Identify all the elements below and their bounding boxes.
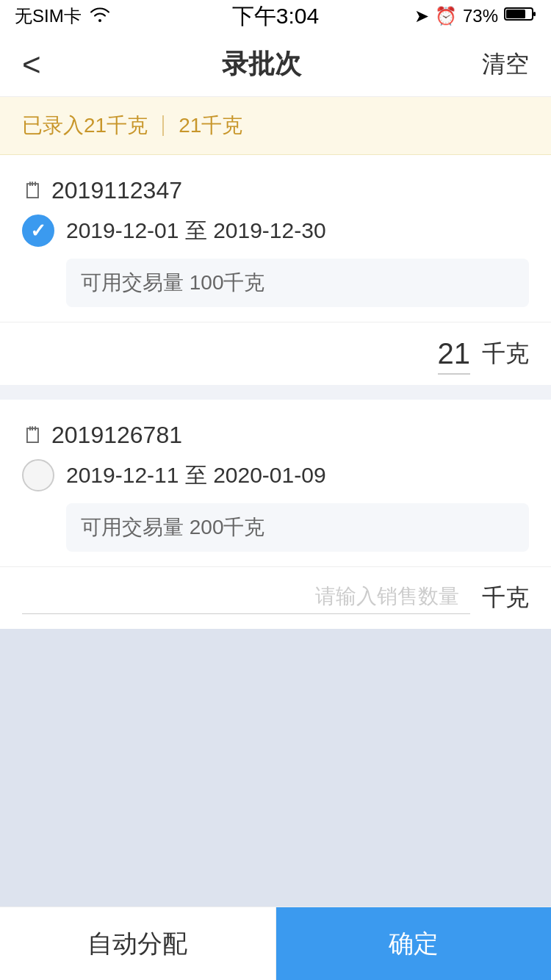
batch2-date-row[interactable]: 2019-12-11 至 2020-01-09 xyxy=(22,459,529,491)
svg-rect-2 xyxy=(533,12,536,16)
auto-distribute-button[interactable]: 自动分配 xyxy=(0,907,276,980)
svg-rect-1 xyxy=(506,10,525,18)
batch1-id: 2019112347 xyxy=(51,177,182,204)
status-left: 无SIM卡 xyxy=(15,4,111,28)
batch2-input-row: 千克 xyxy=(0,566,551,629)
status-bar: 无SIM卡 下午3:04 ➤ ⏰ 73% xyxy=(0,0,551,32)
clear-button[interactable]: 清空 xyxy=(482,48,529,81)
batch2-input-unit: 千克 xyxy=(482,582,529,614)
banner-divider xyxy=(162,115,164,136)
batch2-header: 🗒 2019126781 xyxy=(22,422,529,449)
confirm-button[interactable]: 确定 xyxy=(276,907,552,980)
alarm-icon: ⏰ xyxy=(435,6,457,26)
batch1-amount-value: 21 xyxy=(438,337,471,370)
batch1-date: 2019-12-01 至 2019-12-30 xyxy=(66,216,326,246)
empty-area xyxy=(0,629,551,908)
battery-icon xyxy=(504,6,536,26)
batch2-doc-icon: 🗒 xyxy=(22,423,44,448)
batch2-availability: 可用交易量 200千克 xyxy=(66,503,529,552)
recorded-amount-label: 已录入21千克 xyxy=(22,112,148,140)
bottom-bar: 自动分配 确定 xyxy=(0,907,551,980)
wifi-icon xyxy=(89,6,111,26)
banner-value: 21千克 xyxy=(179,112,242,140)
batch1-amount-row: 21 千克 xyxy=(0,322,551,385)
section-divider xyxy=(0,385,551,400)
carrier-text: 无SIM卡 xyxy=(15,4,82,28)
page-title: 录批次 xyxy=(222,46,301,82)
batch2-date: 2019-12-11 至 2020-01-09 xyxy=(66,461,326,491)
location-icon: ➤ xyxy=(414,6,429,26)
batch2-quantity-input[interactable] xyxy=(22,582,470,614)
batch1-radio[interactable] xyxy=(22,215,54,247)
batch2-radio[interactable] xyxy=(22,459,54,491)
nav-bar: < 录批次 清空 xyxy=(0,32,551,97)
battery-text: 73% xyxy=(463,6,498,26)
batch1-availability: 可用交易量 100千克 xyxy=(66,259,529,307)
batch1-doc-icon: 🗒 xyxy=(22,179,44,203)
batch1-header: 🗒 2019112347 xyxy=(22,177,529,204)
info-banner: 已录入21千克 21千克 xyxy=(0,97,551,155)
status-time: 下午3:04 xyxy=(232,1,319,32)
batch-card-2: 🗒 2019126781 2019-12-11 至 2020-01-09 可用交… xyxy=(0,400,551,566)
batch-card-1: 🗒 2019112347 2019-12-01 至 2019-12-30 可用交… xyxy=(0,155,551,322)
batch1-date-row[interactable]: 2019-12-01 至 2019-12-30 xyxy=(22,215,529,247)
batch2-id: 2019126781 xyxy=(51,422,182,449)
status-right: ➤ ⏰ 73% xyxy=(414,6,536,26)
back-button[interactable]: < xyxy=(22,48,41,81)
batch1-amount-unit: 千克 xyxy=(482,338,529,370)
